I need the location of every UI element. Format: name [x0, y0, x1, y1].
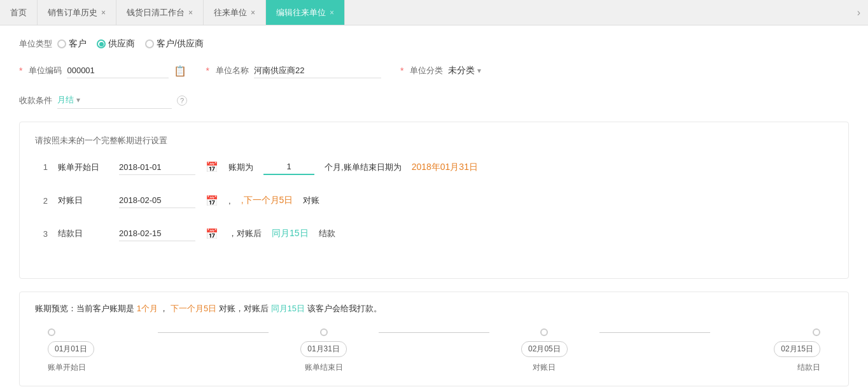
tab-partner-list-label: 往来单位 — [214, 7, 247, 18]
setting-row-1: 1 账单开始日 📅 账期为 个月,账单结束日期为 2018年01月31日 — [35, 159, 833, 175]
tab-partner-list[interactable]: 往来单位 × — [204, 0, 266, 25]
preview-mid2: 对账，对账后 — [219, 304, 269, 313]
period-input[interactable] — [263, 159, 314, 175]
row-3-prefix: ，对账后 — [228, 228, 262, 239]
preview-highlight2: 下一个月5日 — [171, 304, 216, 313]
row-3-label: 结款日 — [58, 228, 109, 239]
payment-terms-help-icon[interactable]: ? — [177, 95, 187, 106]
row-1-suffix1: 账期为 — [228, 162, 253, 173]
unit-code-group: * 单位编码 📋 — [19, 63, 186, 78]
setting-row-2: 2 对账日 📅 , ,下一个月5日 对账 — [35, 193, 833, 208]
timeline-badge-4: 02月15日 — [774, 341, 820, 357]
close-cashflow-icon[interactable]: × — [188, 8, 193, 17]
timeline-badge-3: 02月05日 — [521, 341, 568, 357]
tab-home-label: 首页 — [10, 7, 27, 18]
radio-customer[interactable]: 客户 — [57, 38, 87, 50]
preview-suffix: 该客户会给我打款。 — [307, 304, 382, 313]
preview-prefix: 账期预览：当前客户账期是 — [35, 304, 134, 313]
unit-type-label: 单位类型 — [19, 38, 52, 50]
timeline-line-2 — [379, 332, 489, 333]
payment-terms-row: 收款条件 月结 ▾ ? — [19, 92, 849, 109]
payment-terms-label: 收款条件 — [19, 95, 52, 106]
timeline-line-3 — [599, 332, 710, 333]
preview-section: 账期预览：当前客户账期是 1个月 ， 下一个月5日 对账，对账后 同月15日 该… — [19, 292, 849, 386]
timeline-dot-4 — [813, 328, 820, 336]
payment-terms-value: 月结 — [57, 94, 74, 106]
preview-highlight3: 同月15日 — [271, 304, 305, 313]
unit-name-label: 单位名称 — [216, 65, 249, 76]
radio-supplier[interactable]: 供应商 — [97, 38, 135, 50]
unit-type-group: 单位类型 客户 供应商 客户/供应商 — [19, 38, 204, 50]
timeline-label-3: 对账日 — [533, 362, 556, 373]
unit-code-required: * — [19, 66, 22, 76]
radio-both-label: 客户/供应商 — [157, 38, 204, 50]
setting-row-3: 3 结款日 📅 ，对账后 同月15日 结款 — [35, 226, 833, 241]
radio-both[interactable]: 客户/供应商 — [145, 38, 204, 50]
unit-type-row: 单位类型 客户 供应商 客户/供应商 — [19, 38, 849, 50]
row-2-prefix: , — [228, 196, 231, 206]
tab-bar: 首页 销售订单历史 × 钱货日清工作台 × 往来单位 × 编辑往来单位 × › — [0, 0, 868, 25]
timeline-dot-1 — [48, 328, 55, 336]
radio-customer-circle — [57, 39, 66, 48]
tab-edit-partner[interactable]: 编辑往来单位 × — [266, 0, 345, 25]
unit-code-input[interactable] — [67, 63, 169, 78]
unit-category-select[interactable]: 未分类 ▾ — [448, 62, 524, 79]
timeline-item-2: 01月31日 账单结束日 — [269, 328, 379, 373]
row-2-number: 2 — [35, 196, 48, 206]
row-2-date-input[interactable] — [119, 193, 195, 208]
tab-home[interactable]: 首页 — [0, 0, 38, 25]
preview-text: 账期预览：当前客户账期是 1个月 ， 下一个月5日 对账，对账后 同月15日 该… — [35, 302, 833, 316]
row-3-calendar-icon[interactable]: 📅 — [206, 228, 218, 240]
tab-cashflow[interactable]: 钱货日清工作台 × — [116, 0, 204, 25]
timeline-items: 01月01日 账单开始日 01月31日 账单结束日 02月05日 对账日 — [48, 328, 820, 373]
radio-customer-label: 客户 — [69, 38, 87, 50]
timeline: 01月01日 账单开始日 01月31日 账单结束日 02月05日 对账日 — [35, 328, 833, 373]
timeline-label-2: 账单结束日 — [305, 362, 343, 373]
unit-info-row: * 单位编码 📋 * 单位名称 * 单位分类 未分类 ▾ — [19, 62, 849, 79]
payment-terms-arrow: ▾ — [76, 95, 80, 104]
timeline-line-1 — [158, 332, 268, 333]
unit-name-group: * 单位名称 — [206, 63, 381, 78]
row-2-label: 对账日 — [58, 195, 109, 206]
preview-highlight1: 1个月 — [137, 304, 158, 313]
row-1-calendar-icon[interactable]: 📅 — [206, 161, 218, 173]
main-content: 单位类型 客户 供应商 客户/供应商 * 单位编码 — [0, 25, 868, 387]
unit-category-arrow: ▾ — [477, 66, 481, 75]
row-2-calendar-icon[interactable]: 📅 — [206, 195, 218, 207]
close-partner-list-icon[interactable]: × — [251, 8, 255, 17]
timeline-label-4: 结款日 — [797, 362, 820, 373]
close-sales-history-icon[interactable]: × — [101, 8, 106, 17]
row-1-label: 账单开始日 — [58, 162, 109, 173]
timeline-badge-2: 01月31日 — [300, 341, 347, 357]
unit-code-icon[interactable]: 📋 — [174, 65, 186, 77]
row-1-number: 1 — [35, 162, 48, 172]
unit-code-label: 单位编码 — [29, 65, 62, 76]
unit-name-input[interactable] — [254, 63, 381, 78]
row-1-suffix2: 个月,账单结束日期为 — [325, 162, 402, 173]
row-1-date-input[interactable] — [119, 160, 195, 175]
settings-box: 请按照未来的一个完整帐期进行设置 1 账单开始日 📅 账期为 个月,账单结束日期… — [19, 122, 849, 279]
radio-supplier-label: 供应商 — [108, 38, 135, 50]
close-edit-partner-icon[interactable]: × — [330, 8, 334, 17]
row-2-suffix: 对账 — [303, 195, 319, 206]
row-3-highlight: 同月15日 — [272, 228, 309, 239]
timeline-dot-3 — [540, 328, 548, 336]
tab-sales-history[interactable]: 销售订单历史 × — [38, 0, 116, 25]
timeline-label-1: 账单开始日 — [48, 362, 86, 373]
unit-name-required: * — [206, 66, 209, 76]
row-2-highlight: ,下一个月5日 — [241, 195, 293, 206]
timeline-item-1: 01月01日 账单开始日 — [48, 328, 158, 373]
timeline-badge-1: 01月01日 — [48, 341, 94, 357]
radio-supplier-circle — [97, 39, 106, 48]
payment-terms-select[interactable]: 月结 ▾ — [57, 92, 172, 109]
row-3-date-input[interactable] — [119, 226, 195, 241]
unit-category-label: 单位分类 — [410, 65, 443, 76]
timeline-item-3: 02月05日 对账日 — [489, 328, 599, 373]
unit-category-group: * 单位分类 未分类 ▾ — [400, 62, 524, 79]
settings-title: 请按照未来的一个完整帐期进行设置 — [35, 135, 833, 146]
row-3-number: 3 — [35, 229, 48, 239]
timeline-dot-2 — [320, 328, 328, 336]
tab-more-button[interactable]: › — [850, 0, 868, 25]
unit-category-required: * — [400, 66, 403, 76]
tab-cashflow-label: 钱货日清工作台 — [127, 7, 185, 18]
